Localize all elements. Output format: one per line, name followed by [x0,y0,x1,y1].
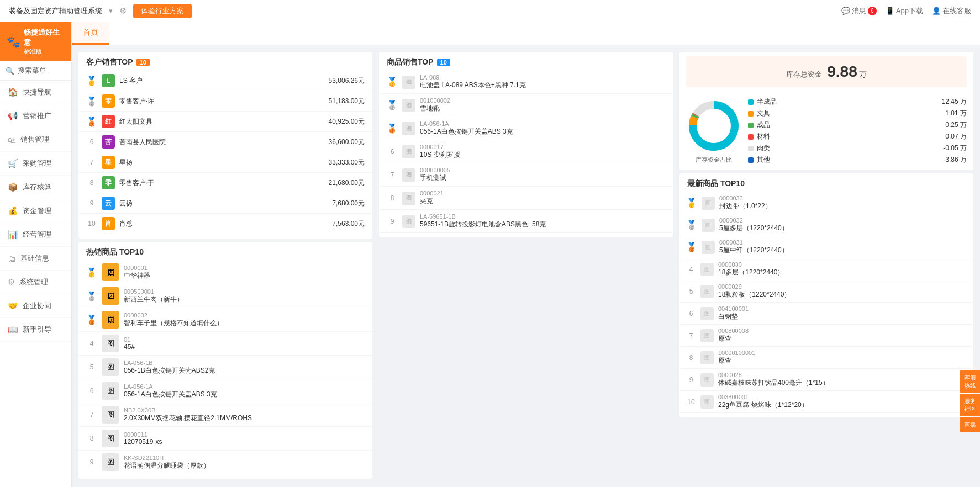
message-btn[interactable]: 💬 消息 6 [841,6,877,16]
legend-name: 半成品 [757,97,939,107]
sidebar-item-guide[interactable]: 📖 新手引导 [0,318,71,342]
app-download-btn[interactable]: 📱 App下载 [886,6,923,16]
medal-icon: 🥇 [686,198,697,208]
newest-product-item: 8 图 10000100001 原查 [679,347,973,369]
hot-product-name: 056-1A白色按键开关盖ABS 3克 [124,390,365,399]
hot-product-item: 8 图 0000011 12070519-xs [78,427,372,451]
product-rank-item: 9 图 LA-59651-1B 59651-1B旋转投影灯电池盒ABS黑色+58… [379,210,673,233]
legend-list: 半成品 12.45 万 文具 1.01 万 成品 0.25 万 材料 0.07 … [748,96,967,166]
sidebar-item-basic-info[interactable]: 🗂 基础信息 [0,247,71,271]
medal-icon: 🥉 [86,315,97,325]
hot-product-name: 45# [124,343,365,351]
newest-product-item: 7 图 000800008 原查 [679,325,973,347]
sidebar-logo: 🐾 畅捷通好生意 标准版 [0,22,71,61]
newest-product-name: 原查 [718,356,967,366]
search-menu[interactable]: 🔍 搜索菜单 [0,61,71,81]
float-service-community[interactable]: 服务社区 [960,394,980,416]
sidebar-item-marketing[interactable]: 📢 营销推广 [0,104,71,128]
product-code: LA-089 [420,74,665,81]
customer-name: LS 客户 [119,76,324,86]
newest-product-item: 6 图 004100001 白钢垫 [679,303,973,325]
product-thumb: 图 [402,215,415,228]
medal-icon: 🥈 [686,220,697,230]
newest-product-name: 5厘中纤（1220*2440） [719,246,967,255]
medal-icon: 🥇 [387,77,398,87]
float-live[interactable]: 直播 [960,417,980,432]
newest-product-code: 10000100001 [718,350,967,356]
rank-number: 10 [686,398,696,406]
product-name: 雪地靴 [420,104,665,113]
rank-number: 6 [86,387,97,395]
donut-svg [686,98,741,153]
sidebar-item-inventory[interactable]: 📦 库存核算 [0,176,71,199]
medal-icon: 🥇 [86,267,97,278]
sidebar-item-finance[interactable]: 💰 资金管理 [0,199,71,223]
legend-dot [748,99,754,105]
search-icon: 🔍 [6,67,14,75]
customer-value: 40,925.00元 [329,117,365,126]
legend-item: 肉类 -0.05 万 [748,142,967,154]
avatar: 肖 [102,217,115,230]
newest-product-item: 4 图 0000030 18多层（1220*2440） [679,258,973,280]
product-rank-item: 6 图 0000017 10S 变刹罗援 [379,140,673,163]
gear-icon[interactable]: ⚙ [119,6,127,16]
medal-icon: 🥉 [686,242,697,252]
trial-button[interactable]: 体验行业方案 [133,4,192,18]
sidebar-item-purchase[interactable]: 🛒 采购管理 [0,152,71,176]
legend-value: -3.86 万 [943,155,967,165]
avatar: L [102,74,115,87]
rank-number: 5 [86,363,97,371]
product-name: 056-1A白色按键开关盖ABS 3克 [420,127,665,136]
customer-ranking-header: 客户销售TOP 10 [78,52,372,71]
avatar: 云 [102,197,115,210]
sidebar-item-sales[interactable]: 🛍 销售管理 [0,128,71,152]
customer-rank-item: 6 苦 苦南县人民医院 36,600.00元 [78,132,372,152]
operation-icon: 📊 [8,230,18,240]
product-code: LA-056-1A [420,120,665,127]
newest-product-thumb: 图 [702,197,715,210]
product-ranking-header: 商品销售TOP 10 [379,52,673,71]
hot-product-name: 花语萌偶温分腿睡袋（厚款） [124,461,365,470]
avatar: 星 [102,156,115,169]
hot-product-thumb: 🖼 [102,287,119,305]
tab-home[interactable]: 首页 [72,22,109,45]
float-service: 客服热线 服务社区 直播 [960,370,980,432]
rank-number: 7 [86,411,97,419]
sidebar-item-operation[interactable]: 📊 经营管理 [0,223,71,247]
newest-product-thumb: 图 [702,219,715,232]
rank-number: 4 [686,266,696,273]
sidebar-item-cooperation[interactable]: 🤝 企业协同 [0,294,71,318]
float-customer-service[interactable]: 客服热线 [960,370,980,393]
chart-label: 库存资金占比 [696,156,732,164]
rank-number: 7 [86,158,97,166]
customer-value: 7,680.00元 [332,199,365,208]
online-service-btn[interactable]: 👤 在线客服 [932,6,971,16]
donut-chart [686,98,741,153]
hot-product-name: 056-1B白色按键开关壳ABS2克 [124,366,365,375]
app-edition: 标准版 [24,47,65,56]
hot-product-code: NB2.0X30B [124,407,365,414]
newest-product-thumb: 图 [700,285,714,298]
newest-product-thumb: 图 [700,373,714,387]
newest-product-name: 22g鱼豆腐-烧烤味（1*12*20） [718,400,967,410]
avatar: 红 [102,115,115,128]
hot-product-code: 0000001 [124,264,365,271]
avatar: 零 [102,176,115,189]
sidebar-item-system[interactable]: ⚙ 系统管理 [0,271,71,294]
customer-rank-item: 🥈 零 零售客户·许 51,183.00元 [78,91,372,112]
product-name: 59651-1B旋转投影灯电池盒ABS黑色+58克 [420,220,665,229]
sidebar-item-quick-nav[interactable]: 🏠 快捷导航 [0,81,71,104]
newest-products-header: 最新商品 TOP10 [679,173,973,192]
legend-item: 文具 1.01 万 [748,108,967,119]
inventory-total: 库存总资金 9.88 万 [686,56,967,87]
newest-product-thumb: 图 [700,263,714,276]
rank-number: 10 [86,220,97,227]
dropdown-icon[interactable]: ▾ [109,7,113,15]
rank-number: 7 [387,171,398,179]
product-ranking-panel: 商品销售TOP 10 🥇 图 LA-089 电池盖 LA-089 ABS本色+黑… [379,52,673,237]
customer-value: 36,600.00元 [329,137,365,147]
hot-product-code: 0000002 [124,312,365,319]
customer-name: 零售客户·于 [119,178,324,188]
newest-product-code: 003800001 [718,394,967,400]
app-name: 畅捷通好生意 [24,28,65,47]
